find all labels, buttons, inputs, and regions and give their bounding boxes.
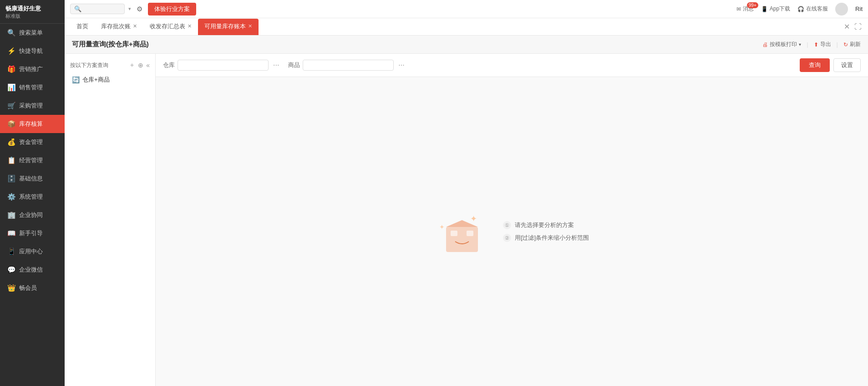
sidebar-item-label-enterprise: 企业协同 [19,211,43,219]
inventory-icon: 📦 [7,120,15,128]
collapse-filter-icon[interactable]: « [146,62,150,69]
topbar-search-box[interactable]: 🔍 [70,4,125,14]
warehouse-more-icon[interactable]: ··· [271,60,281,70]
sidebar-item-label-wechat: 企业微信 [19,266,43,274]
goods-field: 商品 ··· [288,60,406,71]
sales-icon: 📊 [7,83,15,92]
query-button[interactable]: 查询 [800,58,830,72]
export-label: 导出 [820,41,831,48]
sidebar-item-label-system: 系统管理 [19,193,43,201]
svg-rect-0 [446,227,478,252]
tab-batch-ledger[interactable]: 库存批次账 ✕ [95,19,143,35]
sidebar-item-label-shortcut: 快捷导航 [19,47,43,55]
empty-text: ① 请先选择要分析的方案 ② 用[过滤]条件来缩小分析范围 [503,221,589,242]
main-area: 🔍 ▾ ⚙ 体验行业方案 ✉ 消息 99+ 📱 App下载 🎧 在线客服 Rit [65,0,868,386]
sidebar-item-label-guide: 新手引导 [19,229,43,237]
tab-maximize-icon[interactable]: ⛶ [853,22,863,32]
chevron-down-icon[interactable]: ▾ [128,6,131,12]
warehouse-field: 仓库 ··· [163,60,281,71]
content-area: 按以下方案查询 ＋ ⊕ « 🔄 仓库+商品 仓库 ··· [65,54,868,386]
sidebar-item-member[interactable]: 👑 畅会员 [0,279,65,297]
phone-icon: 📱 [761,6,768,12]
add-filter-icon[interactable]: ＋ [129,61,135,69]
sidebar-item-label-search: 搜索菜单 [19,29,43,37]
refresh-icon: ↻ [843,41,848,48]
print-template-button[interactable]: 🖨 按模板打印 ▾ [762,41,801,48]
tab-recv-summary-close[interactable]: ✕ [188,23,192,29]
purchase-icon: 🛒 [7,102,15,110]
empty-svg: ✦ ✦ [435,204,489,259]
goods-input[interactable] [303,60,394,71]
filter-item-icon: 🔄 [72,76,80,83]
svg-text:✦: ✦ [439,223,445,231]
sidebar-item-guide[interactable]: 📖 新手引导 [0,224,65,242]
tab-available-ledger-close[interactable]: ✕ [248,23,252,29]
sidebar-item-finance[interactable]: 💰 资金管理 [0,133,65,151]
tab-recv-summary[interactable]: 收发存汇总表 ✕ [143,19,198,35]
sidebar-item-enterprise[interactable]: 🏢 企业协同 [0,206,65,224]
sidebar-item-app-center[interactable]: 📱 应用中心 [0,242,65,261]
goods-more-icon[interactable]: ··· [396,60,406,70]
brand-area: 畅康通好生意 标准版 [0,0,65,24]
topbar: 🔍 ▾ ⚙ 体验行业方案 ✉ 消息 99+ 📱 App下载 🎧 在线客服 Rit [65,0,868,18]
empty-hint-1-text: 请先选择要分析的方案 [515,221,574,229]
print-icon: 🖨 [762,41,768,48]
gear-icon[interactable]: ⚙ [135,3,144,15]
filter-panel-actions: ＋ ⊕ « [129,61,150,69]
filter-panel-header: 按以下方案查询 ＋ ⊕ « [65,58,155,72]
brand-name: 畅康通好生意 [5,5,59,13]
sidebar-item-basic-info[interactable]: 🗄️ 基础信息 [0,170,65,188]
filter-item-label: 仓库+商品 [82,76,110,84]
guide-icon: 📖 [7,229,15,237]
settings-button[interactable]: 设置 [833,58,861,72]
message-button[interactable]: ✉ 消息 99+ [736,5,754,13]
sidebar-item-label-member: 畅会员 [19,284,37,292]
sidebar-item-wechat[interactable]: 💬 企业微信 [0,261,65,279]
service-label: 在线客服 [806,5,828,13]
tab-available-ledger[interactable]: 可用量库存账本 ✕ [198,19,259,35]
sidebar-item-marketing-promo[interactable]: 🎁 营销推广 [0,60,65,78]
online-service-button[interactable]: 🎧 在线客服 [797,5,828,13]
topbar-search-input[interactable] [83,6,120,12]
filter-panel-title: 按以下方案查询 [70,62,108,69]
tab-home-label: 首页 [76,22,88,31]
shortcut-icon: ⚡ [7,47,15,55]
sidebar-item-sales[interactable]: 📊 销售管理 [0,78,65,97]
sidebar: 畅康通好生意 标准版 🔍 搜索菜单 ⚡ 快捷导航 🎁 营销推广 📊 销售管理 🛒… [0,0,65,386]
message-badge: 99+ [747,2,758,8]
sidebar-item-label-purchase: 采购管理 [19,102,43,110]
empty-hint-1: ① 请先选择要分析的方案 [503,221,589,229]
trial-button[interactable]: 体验行业方案 [148,3,196,15]
empty-state: ✦ ✦ ① 请先选择要分析的方案 ② 用[过滤]条件来缩小分析范围 [156,77,868,386]
sidebar-item-search[interactable]: 🔍 搜索菜单 [0,24,65,42]
page-header: 可用量查询(按仓库+商品) 🖨 按模板打印 ▾ | ⬆ 导出 | ↻ 刷新 [65,36,868,54]
filter-item-warehouse-goods[interactable]: 🔄 仓库+商品 [65,72,155,87]
export-icon: ⬆ [814,41,818,48]
tab-available-ledger-label: 可用量库存账本 [204,22,246,31]
search-icon: 🔍 [7,29,15,37]
sidebar-item-label-app-center: 应用中心 [19,247,43,256]
settings-filter-icon[interactable]: ⊕ [138,62,143,69]
refresh-button[interactable]: ↻ 刷新 [843,41,861,48]
refresh-label: 刷新 [850,41,861,48]
sidebar-item-inventory[interactable]: 📦 库存核算 [0,115,65,133]
sidebar-item-operations[interactable]: 📋 经营管理 [0,151,65,170]
sidebar-item-system[interactable]: ⚙️ 系统管理 [0,188,65,206]
app-download-button[interactable]: 📱 App下载 [761,5,790,13]
sidebar-item-purchase[interactable]: 🛒 采购管理 [0,97,65,115]
export-button[interactable]: ⬆ 导出 [814,41,831,48]
tab-close-all-icon[interactable]: ✕ [843,21,851,32]
main-content: 仓库 ··· 商品 ··· 查询 设置 [156,54,868,386]
sidebar-item-label-marketing-promo: 营销推广 [19,65,43,73]
query-actions: 查询 设置 [800,58,861,72]
app-center-icon: 📱 [7,247,15,256]
user-avatar[interactable] [835,3,848,15]
tab-home[interactable]: 首页 [70,19,95,35]
sidebar-item-shortcut[interactable]: ⚡ 快捷导航 [0,42,65,60]
warehouse-input[interactable] [178,60,269,71]
marketing-promo-icon: 🎁 [7,65,15,73]
headset-icon: 🎧 [797,6,804,12]
system-icon: ⚙️ [7,193,15,201]
tab-batch-ledger-close[interactable]: ✕ [133,23,137,29]
svg-rect-2 [467,231,473,236]
